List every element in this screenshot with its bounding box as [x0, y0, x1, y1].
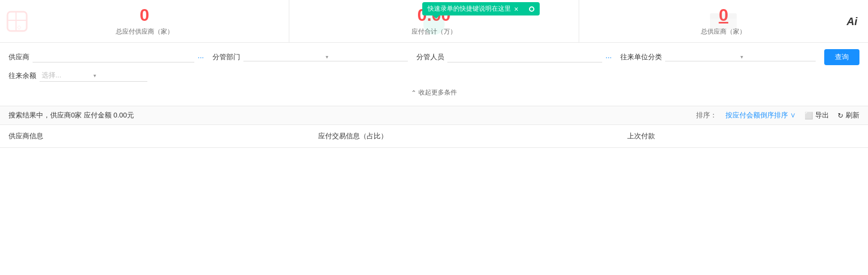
svg-text:◇: ◇ [17, 24, 21, 30]
department-filter: 分管部门 ▾ [212, 52, 408, 62]
logo-icon: ◇ [5, 10, 29, 33]
unit-class-filter: 往来单位分类 ▾ [620, 52, 816, 62]
department-select[interactable]: ▾ [243, 53, 408, 61]
col-supplier-header: 供应商信息 [9, 131, 318, 141]
sort-label: 排序： [696, 111, 717, 120]
person-label: 分管人员 [416, 52, 444, 62]
collapse-button[interactable]: ⌃ 收起更多条件 [411, 88, 457, 97]
content-area [0, 148, 868, 275]
department-chevron: ▾ [326, 54, 406, 60]
tooltip-bubble: 快速录单的快捷键说明在这里 × [422, 2, 540, 15]
stat-total-suppliers: 0 总供应商（家） Ai [579, 0, 868, 42]
collapse-arrow: ⌃ [411, 89, 416, 97]
search-button[interactable]: 查询 [824, 49, 859, 65]
supplier-input[interactable] [33, 52, 194, 62]
stat-payable-total: 快速录单的快捷键说明在这里 × ¥ 0.00 应付合计（万） [289, 0, 579, 42]
result-actions: 排序： 按应付会额倒序排序 ∨ ⬜ 导出 ↻ 刷新 [696, 111, 859, 120]
balance-label: 往来余额 [9, 71, 36, 81]
col-payment-header: 上次付款 [627, 131, 859, 141]
refresh-label: 刷新 [846, 111, 859, 120]
person-input[interactable] [447, 52, 602, 62]
unit-class-chevron: ▾ [740, 54, 814, 60]
payable-suppliers-label: 总应付供应商（家） [116, 27, 173, 36]
export-icon: ⬜ [804, 112, 813, 120]
svg-rect-8 [710, 13, 737, 19]
refresh-icon: ↻ [838, 112, 843, 120]
department-label: 分管部门 [212, 52, 240, 62]
refresh-button[interactable]: ↻ 刷新 [838, 111, 859, 120]
supplier-label: 供应商 [9, 52, 29, 62]
filter-bar: 供应商 ··· 分管部门 ▾ 分管人员 ··· 往来单位分类 ▾ [0, 43, 868, 106]
collapse-row: ⌃ 收起更多条件 [9, 86, 859, 101]
sort-value-btn[interactable]: 按应付会额倒序排序 ∨ [725, 111, 796, 120]
export-button[interactable]: ⬜ 导出 [804, 111, 829, 120]
supplier-filter: 供应商 ··· [9, 52, 204, 62]
filter-row-1: 供应商 ··· 分管部门 ▾ 分管人员 ··· 往来单位分类 ▾ [9, 49, 859, 65]
balance-filter: 往来余额 选择... ▾ [9, 69, 147, 82]
stats-bar: ◇ 0 总应付供应商（家） 快速录单的快捷键说明在这里 × ¥ 0.00 应付合… [0, 0, 868, 43]
unit-class-select[interactable]: ▾ [665, 53, 816, 61]
svg-text:¥: ¥ [429, 19, 435, 28]
result-bar: 搜索结果中，供应商0家 应付金额 0.00元 排序： 按应付会额倒序排序 ∨ ⬜… [0, 106, 868, 125]
balance-chevron: ▾ [93, 73, 145, 78]
unit-class-label: 往来单位分类 [620, 52, 662, 62]
tooltip-text: 快速录单的快捷键说明在这里 [428, 4, 511, 13]
supplier-dots-btn[interactable]: ··· [198, 53, 204, 61]
box-icon [707, 11, 739, 32]
person-filter: 分管人员 ··· [416, 52, 612, 62]
col-transaction-header: 应付交易信息（占比） [318, 131, 628, 141]
collapse-label: 收起更多条件 [419, 88, 457, 97]
stat-payable-suppliers: ◇ 0 总应付供应商（家） [0, 0, 289, 42]
tooltip-dot [529, 6, 534, 12]
export-label: 导出 [815, 111, 829, 120]
table-header: 供应商信息 应付交易信息（占比） 上次付款 [0, 125, 868, 148]
ai-badge: Ai [847, 15, 857, 27]
balance-placeholder: 选择... [42, 70, 93, 80]
result-info-text: 搜索结果中，供应商0家 应付金额 0.00元 [9, 111, 134, 120]
balance-select[interactable]: 选择... ▾ [40, 69, 147, 82]
payable-suppliers-value: 0 [140, 6, 149, 25]
tooltip-close-btn[interactable]: × [514, 5, 518, 13]
person-dots-btn[interactable]: ··· [605, 53, 612, 61]
filter-row-2: 往来余额 选择... ▾ [9, 69, 859, 82]
